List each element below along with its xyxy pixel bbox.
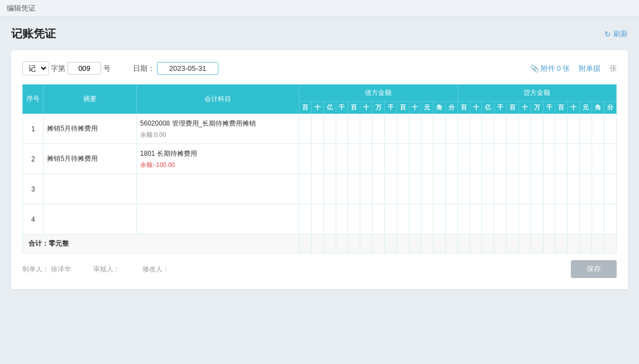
debit-digit-cell[interactable] xyxy=(360,204,373,234)
debit-digit-cell[interactable] xyxy=(384,144,397,174)
credit-digit-cell[interactable] xyxy=(507,144,519,174)
debit-digit-cell[interactable] xyxy=(397,144,409,174)
debit-digit-cell[interactable] xyxy=(433,114,446,144)
cell-account[interactable]: 56020008 管理费用_长期待摊费用摊销余额:0.00 xyxy=(136,114,299,144)
debit-digit-cell[interactable] xyxy=(323,174,336,204)
debit-digit-cell[interactable] xyxy=(409,174,421,204)
credit-digit-cell[interactable] xyxy=(482,204,494,234)
credit-digit-cell[interactable] xyxy=(568,114,580,144)
credit-digit-cell[interactable] xyxy=(531,204,543,234)
debit-digit-cell[interactable] xyxy=(299,144,312,174)
debit-digit-cell[interactable] xyxy=(360,174,373,204)
debit-digit-cell[interactable] xyxy=(373,204,385,234)
debit-digit-cell[interactable] xyxy=(446,114,458,144)
debit-digit-cell[interactable] xyxy=(433,144,446,174)
debit-digit-cell[interactable] xyxy=(323,204,336,234)
credit-digit-cell[interactable] xyxy=(580,204,592,234)
debit-digit-cell[interactable] xyxy=(299,114,312,144)
debit-digit-cell[interactable] xyxy=(384,204,397,234)
debit-digit-cell[interactable] xyxy=(311,174,323,204)
debit-digit-cell[interactable] xyxy=(409,204,421,234)
credit-digit-cell[interactable] xyxy=(482,144,494,174)
credit-digit-cell[interactable] xyxy=(518,204,531,234)
credit-digit-cell[interactable] xyxy=(507,114,519,144)
credit-digit-cell[interactable] xyxy=(494,174,507,204)
debit-digit-cell[interactable] xyxy=(384,174,397,204)
debit-digit-cell[interactable] xyxy=(360,114,373,144)
debit-digit-cell[interactable] xyxy=(348,114,360,144)
debit-digit-cell[interactable] xyxy=(336,114,348,144)
voucher-number-input[interactable] xyxy=(68,62,101,75)
credit-digit-cell[interactable] xyxy=(543,204,555,234)
debit-digit-cell[interactable] xyxy=(446,174,458,204)
debit-digit-cell[interactable] xyxy=(336,144,348,174)
debit-digit-cell[interactable] xyxy=(421,144,433,174)
debit-digit-cell[interactable] xyxy=(360,144,373,174)
debit-digit-cell[interactable] xyxy=(311,204,323,234)
cell-account[interactable] xyxy=(136,204,299,234)
debit-digit-cell[interactable] xyxy=(446,204,458,234)
date-input[interactable] xyxy=(157,62,218,75)
save-button[interactable]: 保存 xyxy=(571,260,617,278)
credit-digit-cell[interactable] xyxy=(555,114,568,144)
credit-digit-cell[interactable] xyxy=(457,174,470,204)
debit-digit-cell[interactable] xyxy=(336,204,348,234)
credit-digit-cell[interactable] xyxy=(568,144,580,174)
credit-digit-cell[interactable] xyxy=(604,204,616,234)
debit-digit-cell[interactable] xyxy=(373,174,385,204)
debit-digit-cell[interactable] xyxy=(421,174,433,204)
debit-digit-cell[interactable] xyxy=(433,174,446,204)
debit-digit-cell[interactable] xyxy=(433,204,446,234)
debit-digit-cell[interactable] xyxy=(348,204,360,234)
debit-digit-cell[interactable] xyxy=(397,114,409,144)
debit-digit-cell[interactable] xyxy=(311,144,323,174)
credit-digit-cell[interactable] xyxy=(592,144,604,174)
debit-digit-cell[interactable] xyxy=(409,114,421,144)
credit-digit-cell[interactable] xyxy=(555,174,568,204)
credit-digit-cell[interactable] xyxy=(531,114,543,144)
credit-digit-cell[interactable] xyxy=(507,174,519,204)
credit-digit-cell[interactable] xyxy=(543,144,555,174)
debit-digit-cell[interactable] xyxy=(336,174,348,204)
debit-digit-cell[interactable] xyxy=(409,144,421,174)
cell-account[interactable] xyxy=(136,174,299,204)
credit-digit-cell[interactable] xyxy=(543,114,555,144)
credit-digit-cell[interactable] xyxy=(555,144,568,174)
credit-digit-cell[interactable] xyxy=(604,144,616,174)
refresh-button[interactable]: ↻ 刷新 xyxy=(604,29,628,39)
credit-digit-cell[interactable] xyxy=(518,174,531,204)
credit-digit-cell[interactable] xyxy=(604,114,616,144)
credit-digit-cell[interactable] xyxy=(580,174,592,204)
debit-digit-cell[interactable] xyxy=(311,114,323,144)
credit-digit-cell[interactable] xyxy=(507,204,519,234)
credit-digit-cell[interactable] xyxy=(568,204,580,234)
credit-digit-cell[interactable] xyxy=(494,144,507,174)
credit-digit-cell[interactable] xyxy=(518,144,531,174)
credit-digit-cell[interactable] xyxy=(494,204,507,234)
cell-summary[interactable] xyxy=(44,204,136,234)
cell-summary[interactable]: 摊销5月待摊费用 xyxy=(44,144,136,174)
credit-digit-cell[interactable] xyxy=(518,114,531,144)
debit-digit-cell[interactable] xyxy=(348,174,360,204)
credit-digit-cell[interactable] xyxy=(470,144,482,174)
attach-link[interactable]: 📎 附件 0 张 xyxy=(530,64,570,74)
credit-digit-cell[interactable] xyxy=(592,114,604,144)
debit-digit-cell[interactable] xyxy=(299,204,312,234)
debit-digit-cell[interactable] xyxy=(348,144,360,174)
debit-digit-cell[interactable] xyxy=(373,144,385,174)
credit-digit-cell[interactable] xyxy=(568,174,580,204)
cell-summary[interactable] xyxy=(44,174,136,204)
debit-digit-cell[interactable] xyxy=(397,204,409,234)
credit-digit-cell[interactable] xyxy=(482,174,494,204)
credit-digit-cell[interactable] xyxy=(470,114,482,144)
credit-digit-cell[interactable] xyxy=(580,114,592,144)
credit-digit-cell[interactable] xyxy=(470,174,482,204)
credit-digit-cell[interactable] xyxy=(531,174,543,204)
credit-digit-cell[interactable] xyxy=(543,174,555,204)
cell-account[interactable]: 1801 长期待摊费用余额:-100.00 xyxy=(136,144,299,174)
credit-digit-cell[interactable] xyxy=(482,114,494,144)
attach-single-link[interactable]: 附单据 xyxy=(579,64,600,74)
cell-summary[interactable]: 摊销5月待摊费用 xyxy=(44,114,136,144)
debit-digit-cell[interactable] xyxy=(421,114,433,144)
debit-digit-cell[interactable] xyxy=(421,204,433,234)
